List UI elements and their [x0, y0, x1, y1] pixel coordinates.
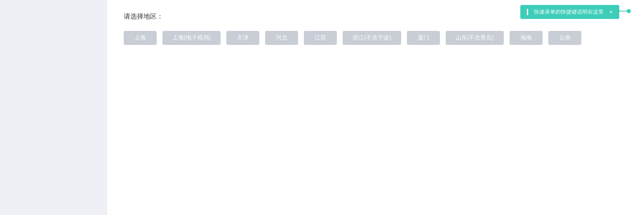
region-btn-jiangsu[interactable]: 江苏	[304, 31, 337, 45]
main-content: 请选择地区： 上海上海(电子税局)天津河北江苏浙江(不含宁波)厦门山东(不含青岛…	[107, 0, 644, 215]
tooltip-connector-line	[618, 11, 627, 12]
tooltip-text: 快速录单的快捷键说明在这里	[534, 8, 604, 16]
left-sidebar	[0, 0, 107, 215]
region-btn-hainan[interactable]: 海南	[510, 31, 543, 45]
region-btn-xiamen[interactable]: 厦门	[407, 31, 440, 45]
region-btn-yunnan[interactable]: 云南	[548, 31, 581, 45]
region-btn-shanghai[interactable]: 上海	[124, 31, 157, 45]
tooltip-close-button[interactable]: ×	[609, 9, 613, 15]
tooltip-banner: 快速录单的快捷键说明在这里 ×	[520, 5, 619, 19]
region-btn-hebei[interactable]: 河北	[265, 31, 298, 45]
region-buttons-container: 上海上海(电子税局)天津河北江苏浙江(不含宁波)厦门山东(不含青岛)海南云南	[124, 31, 628, 45]
region-btn-zhejiang[interactable]: 浙江(不含宁波)	[343, 31, 401, 45]
region-btn-shandong[interactable]: 山东(不含青岛)	[446, 31, 504, 45]
region-btn-tianjin[interactable]: 天津	[226, 31, 259, 45]
region-btn-shanghai-etax[interactable]: 上海(电子税局)	[162, 31, 221, 45]
tooltip-connector-dot	[627, 9, 631, 13]
